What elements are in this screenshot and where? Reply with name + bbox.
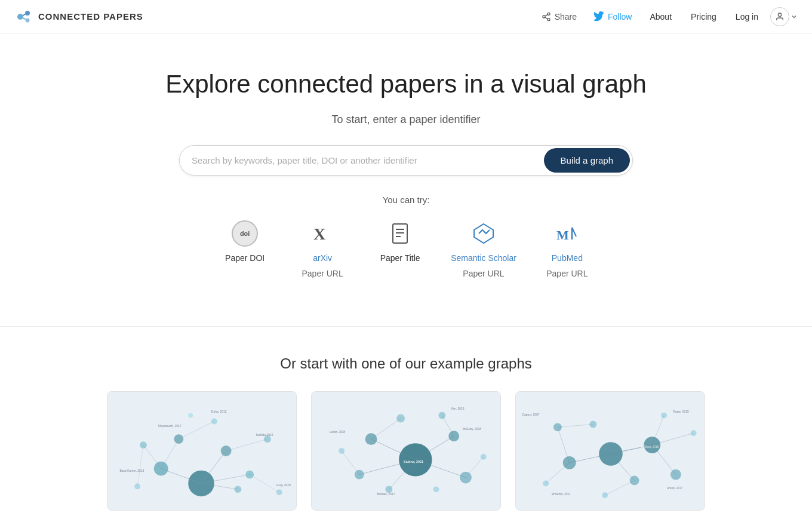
svg-text:Tashida 2016: Tashida 2016: [256, 434, 273, 437]
try-item-doi[interactable]: doi Paper DOI: [218, 219, 272, 278]
svg-text:Sabina, 2021: Sabina, 2021: [404, 459, 423, 463]
try-item-semantic[interactable]: Semantic Scholar Paper URL: [451, 219, 516, 278]
about-link[interactable]: About: [642, 8, 679, 25]
svg-point-31: [188, 413, 193, 417]
svg-point-29: [134, 483, 140, 489]
brand-logo-link[interactable]: CONNECTED PAPERS: [14, 7, 143, 26]
svg-point-82: [691, 430, 697, 436]
svg-text:Doha, 2012: Doha, 2012: [211, 410, 227, 413]
svg-line-9: [545, 14, 548, 16]
svg-point-7: [548, 18, 550, 20]
try-item-doi-label: Paper DOI: [225, 253, 264, 263]
example-graph-3[interactable]: Caposi, 2007 Whamm, 2011 Anton, 2017 Tea…: [515, 391, 705, 511]
try-item-semantic-label: Semantic Scholar: [451, 253, 516, 263]
svg-text:Gray, 2020: Gray, 2020: [276, 484, 291, 487]
try-item-pubmed-sublabel: Paper URL: [546, 269, 588, 278]
svg-line-3: [23, 14, 26, 16]
share-button[interactable]: Share: [536, 8, 583, 25]
share-label: Share: [555, 12, 577, 21]
try-item-pubmed-label: PubMed: [552, 253, 583, 263]
svg-text:McEvoy, 2018: McEvoy, 2018: [463, 428, 481, 431]
try-item-pubmed[interactable]: M PubMed Paper URL: [540, 219, 594, 278]
svg-point-26: [140, 441, 147, 449]
svg-text:Tease, 2015: Tease, 2015: [673, 410, 689, 413]
try-item-arxiv[interactable]: X arXiv Paper URL: [296, 219, 349, 278]
svg-text:McMedi, 2016: McMedi, 2016: [640, 446, 659, 449]
navbar-right: Share Follow About Pricing Log in: [536, 7, 798, 26]
try-items: doi Paper DOI X arXiv Paper URL: [218, 219, 594, 278]
svg-point-5: [548, 13, 550, 15]
pricing-link[interactable]: Pricing: [684, 8, 724, 25]
svg-text:Lentz, 2018: Lentz, 2018: [330, 431, 345, 434]
svg-text:Base-Kumm, 2013: Base-Kumm, 2013: [119, 469, 144, 472]
doi-icon: doi: [230, 219, 259, 248]
svg-point-59: [433, 486, 439, 492]
svg-text:M: M: [556, 228, 569, 242]
svg-point-79: [630, 475, 639, 485]
svg-text:Anton, 2017: Anton, 2017: [667, 487, 683, 490]
try-item-title-label: Paper Title: [380, 253, 420, 263]
try-item-title[interactable]: Paper Title: [373, 219, 427, 278]
chevron-down-icon: [791, 13, 798, 20]
try-section: You can try: doi Paper DOI X arXiv Paper…: [12, 195, 800, 278]
try-label: You can try:: [383, 195, 430, 205]
examples-section: Or start with one of our example graphs: [0, 327, 812, 513]
svg-text:Bakrski, 2017: Bakrski, 2017: [377, 493, 395, 496]
example-graph-1[interactable]: Base-Kumm, 2013 Shynkevich, 2017 Doha, 2…: [107, 391, 297, 511]
search-input[interactable]: [180, 146, 542, 175]
hero-section: Explore connected papers in a visual gra…: [0, 33, 812, 302]
share-icon: [542, 12, 551, 21]
try-item-arxiv-label: arXiv: [313, 253, 332, 263]
svg-text:Shynkevich, 2017: Shynkevich, 2017: [158, 425, 182, 428]
svg-marker-16: [474, 224, 493, 243]
paper-title-icon: [386, 219, 414, 248]
svg-line-8: [545, 17, 548, 19]
svg-point-54: [396, 414, 405, 422]
svg-text:Caposi, 2007: Caposi, 2007: [522, 413, 539, 416]
graph-svg-2: Lentz, 2018 McEvoy, 2018 Bakrski, 2017 K…: [312, 392, 500, 510]
pubmed-icon: M: [553, 219, 582, 248]
follow-label: Follow: [608, 12, 632, 21]
svg-point-10: [778, 13, 781, 16]
user-menu-dropdown[interactable]: [770, 7, 798, 26]
svg-point-32: [234, 486, 241, 493]
svg-line-4: [23, 18, 26, 20]
svg-point-56: [339, 448, 345, 454]
login-link[interactable]: Log in: [728, 8, 765, 25]
build-graph-button[interactable]: Build a graph: [544, 148, 630, 173]
examples-grid: Base-Kumm, 2013 Shynkevich, 2017 Doha, 2…: [48, 391, 764, 511]
svg-point-53: [460, 471, 472, 483]
logo-icon: [14, 7, 33, 26]
brand-name: CONNECTED PAPERS: [38, 11, 143, 21]
examples-title: Or start with one of our example graphs: [280, 355, 532, 372]
search-container: Build a graph: [179, 145, 633, 176]
svg-point-85: [602, 492, 608, 498]
try-item-semantic-sublabel: Paper URL: [463, 269, 504, 278]
twitter-icon: [593, 11, 604, 22]
graph-svg-1: Base-Kumm, 2013 Shynkevich, 2017 Doha, 2…: [107, 392, 296, 510]
svg-point-6: [543, 16, 545, 18]
user-avatar[interactable]: [770, 7, 789, 26]
person-icon: [775, 12, 785, 21]
graph-svg-3: Caposi, 2007 Whamm, 2011 Anton, 2017 Tea…: [516, 392, 705, 510]
svg-point-24: [245, 470, 254, 478]
svg-text:X: X: [313, 225, 325, 243]
svg-point-50: [365, 433, 377, 445]
svg-point-84: [661, 412, 667, 418]
svg-point-2: [26, 18, 30, 22]
svg-text:Whamm, 2011: Whamm, 2011: [552, 493, 571, 496]
semantic-scholar-icon: [469, 219, 498, 248]
navbar: CONNECTED PAPERS Share Follow About Pric…: [0, 0, 812, 33]
hero-title: Explore connected papers in a visual gra…: [165, 69, 647, 99]
arxiv-icon: X: [308, 219, 337, 248]
follow-button[interactable]: Follow: [588, 8, 638, 26]
svg-point-0: [17, 14, 23, 20]
svg-text:Kim, 2019: Kim, 2019: [451, 407, 464, 410]
hero-subtitle: To start, enter a paper identifier: [331, 113, 480, 126]
example-graph-2[interactable]: Lentz, 2018 McEvoy, 2018 Bakrski, 2017 K…: [311, 391, 501, 511]
svg-point-55: [438, 411, 445, 419]
svg-point-1: [25, 11, 30, 16]
try-item-arxiv-sublabel: Paper URL: [302, 269, 343, 278]
